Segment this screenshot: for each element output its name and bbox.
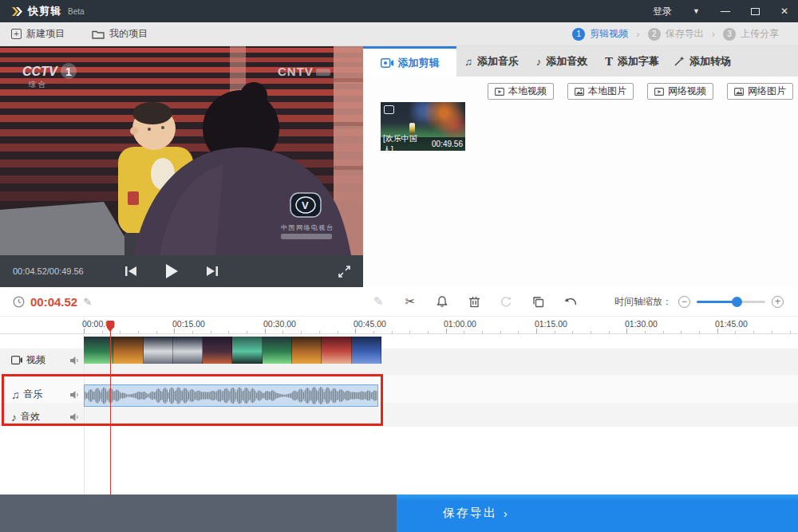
ruler-tick xyxy=(790,331,791,333)
step-1-label: 剪辑视频 xyxy=(590,27,628,41)
music-track-header: ♫ 音乐 xyxy=(11,388,80,401)
ruler-tick xyxy=(228,331,229,333)
web-image-label: 网络图片 xyxy=(748,85,786,98)
tab-add-subtitle[interactable]: T 添加字幕 xyxy=(597,46,667,77)
video-mute-icon[interactable] xyxy=(70,356,80,365)
web-video-button[interactable]: 网络视频 xyxy=(647,83,713,100)
ruler-tick xyxy=(156,331,157,333)
clip-thumbnail[interactable]: [欢乐中国人]... 00:49.56 xyxy=(381,102,465,151)
next-frame-button[interactable] xyxy=(206,266,219,277)
local-image-button[interactable]: 本地图片 xyxy=(567,83,634,100)
copy-icon[interactable] xyxy=(531,294,545,309)
step-edit-video[interactable]: 1 剪辑视频 xyxy=(572,27,628,41)
save-export-button[interactable]: 保存导出 › xyxy=(397,495,798,532)
edit-clip-icon[interactable]: ✎ xyxy=(371,294,385,309)
clip-icon xyxy=(381,58,393,68)
maximize-button[interactable] xyxy=(751,8,760,15)
ruler-tick xyxy=(282,331,283,333)
tab-add-music[interactable]: ♫ 添加音乐 xyxy=(456,46,527,77)
ruler-tick xyxy=(84,329,85,333)
ruler-tick xyxy=(753,331,754,333)
ruler-tick xyxy=(428,331,429,333)
local-video-label: 本地视频 xyxy=(508,85,547,98)
ruler-tick xyxy=(645,331,646,333)
video-frame: CCTV 1 综 合 CNTV V 中国网络电视台 xyxy=(0,46,363,255)
music-track-clip[interactable] xyxy=(84,384,378,407)
save-export-label: 保存导出 xyxy=(443,506,497,521)
tab-add-clip[interactable]: 添加剪辑 xyxy=(363,46,456,77)
music-mute-icon[interactable] xyxy=(70,390,80,400)
ruler-tick xyxy=(482,331,483,333)
cut-icon[interactable]: ✂ xyxy=(403,294,417,309)
ruler-tick xyxy=(536,329,537,333)
ruler-label: 01:00.00 xyxy=(444,319,476,329)
filmstrip-frame[interactable] xyxy=(84,337,113,364)
ruler-label: 00:30.00 xyxy=(263,319,296,329)
playhead-line xyxy=(110,323,111,495)
workflow-steps: 1 剪辑视频 › 2 保存导出 › 3 上传分享 xyxy=(572,27,787,41)
tab-add-transition[interactable]: 添加转场 xyxy=(667,46,737,77)
ruler-tick xyxy=(265,329,266,333)
sfx-track-icon: ♪ xyxy=(11,411,17,424)
ruler-tick xyxy=(174,329,175,333)
redo-icon[interactable] xyxy=(499,294,513,309)
music-waveform xyxy=(85,385,377,406)
video-track-label: 视频 xyxy=(26,353,45,367)
ruler-tick xyxy=(338,331,338,333)
video-track-clip[interactable] xyxy=(84,337,381,364)
filmstrip-frame[interactable] xyxy=(113,337,143,364)
project-toolbar: + 新建项目 我的项目 1 剪辑视频 › 2 保存导出 › 3 上传分享 xyxy=(0,22,798,46)
timeline-zoom-label: 时间轴缩放： xyxy=(614,295,672,309)
undo-icon[interactable] xyxy=(563,294,577,309)
prev-frame-button[interactable] xyxy=(124,266,137,277)
ruler-tick xyxy=(192,331,193,333)
play-button[interactable] xyxy=(164,263,179,279)
local-video-button[interactable]: 本地视频 xyxy=(488,83,554,100)
tab-add-transition-label: 添加转场 xyxy=(689,54,731,69)
cntv-watermark: CNTV xyxy=(278,65,314,78)
web-image-button[interactable]: 网络图片 xyxy=(727,83,793,100)
skin-dropdown-icon[interactable]: ▼ xyxy=(693,7,700,15)
filmstrip-frame[interactable] xyxy=(292,337,322,364)
my-projects-button[interactable]: 我的项目 xyxy=(92,27,148,41)
minimize-button[interactable]: — xyxy=(721,6,730,17)
step-2-circle: 2 xyxy=(648,28,661,41)
zoom-in-button[interactable]: + xyxy=(772,296,784,308)
sfx-note-icon: ♪ xyxy=(536,56,542,68)
filmstrip-frame[interactable] xyxy=(203,337,232,364)
timeline-ruler[interactable]: 00:00.00 00:15.00 00:30.00 00:45.00 01:0… xyxy=(0,317,798,334)
filmstrip-frame[interactable] xyxy=(263,337,292,364)
ruler-tick xyxy=(681,331,681,333)
filmstrip-frame[interactable] xyxy=(173,337,203,364)
zoom-slider-knob[interactable] xyxy=(732,297,742,307)
filmstrip-frame[interactable] xyxy=(322,337,351,364)
bell-icon[interactable] xyxy=(435,294,449,309)
step-upload-share[interactable]: 3 上传分享 xyxy=(723,27,779,41)
close-button[interactable]: ✕ xyxy=(780,6,788,17)
step-3-label: 上传分享 xyxy=(741,27,779,41)
new-project-button[interactable]: + 新建项目 xyxy=(11,27,65,41)
step-save-export[interactable]: 2 保存导出 xyxy=(648,27,704,41)
filmstrip-frame[interactable] xyxy=(232,337,262,364)
ruler-tick xyxy=(446,329,447,333)
footer-spacer xyxy=(0,495,397,532)
timeline: 00:00.00 00:15.00 00:30.00 00:45.00 01:0… xyxy=(0,317,798,495)
ruler-tick xyxy=(735,331,736,333)
ruler-tick xyxy=(518,331,519,333)
current-time: 00:04.52 xyxy=(30,295,77,309)
ruler-label: 00:45.00 xyxy=(354,319,386,329)
edit-time-icon[interactable]: ✎ xyxy=(83,296,92,308)
fullscreen-button[interactable] xyxy=(338,266,350,278)
sfx-mute-icon[interactable] xyxy=(70,412,80,422)
login-button[interactable]: 登录 xyxy=(653,5,672,18)
delete-icon[interactable] xyxy=(467,294,481,309)
zoom-out-button[interactable]: − xyxy=(678,296,690,308)
media-tabs: 添加剪辑 ♫ 添加音乐 ♪ 添加音效 T 添加字幕 xyxy=(363,46,798,77)
playhead-handle[interactable] xyxy=(107,321,114,328)
player-time: 00:04.52/00:49.56 xyxy=(13,266,117,276)
filmstrip-frame[interactable] xyxy=(144,337,173,364)
tab-add-sfx[interactable]: ♪ 添加音效 xyxy=(527,46,597,77)
filmstrip-frame[interactable] xyxy=(352,337,381,364)
ruler-tick xyxy=(572,331,573,333)
zoom-slider[interactable] xyxy=(697,301,765,303)
